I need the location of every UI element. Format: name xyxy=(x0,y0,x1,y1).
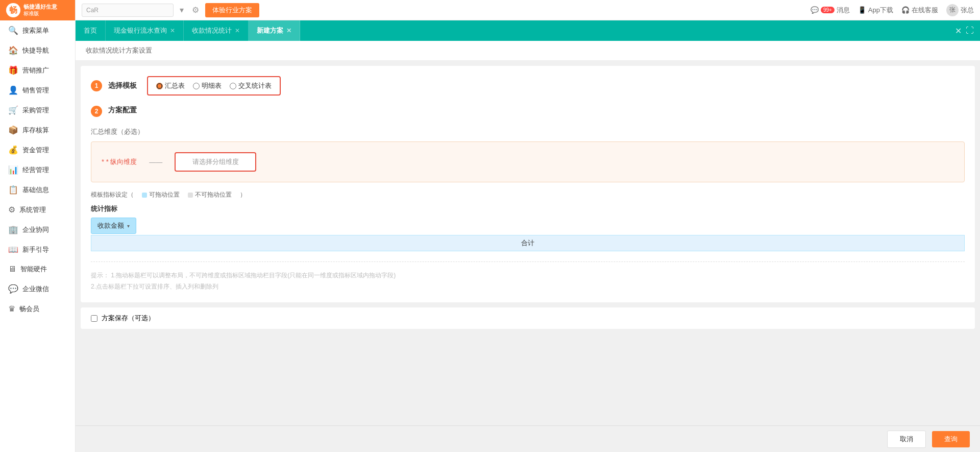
sidebar-item-system[interactable]: ⚙ 系统管理 xyxy=(0,200,75,220)
cancel-button[interactable]: 取消 xyxy=(887,431,926,448)
tab-close-cashflow[interactable]: ✕ xyxy=(170,27,175,34)
support-btn[interactable]: 🎧 在线客服 xyxy=(901,6,938,15)
cart-icon: 🛒 xyxy=(8,105,18,115)
template-selection: 汇总表 明细表 交叉统计表 xyxy=(147,76,281,96)
legend-fixed: 不可拖动位置 xyxy=(188,191,232,199)
tab-new[interactable]: 新建方案 ✕ xyxy=(249,20,300,41)
step1-label: 选择模板 xyxy=(108,81,137,90)
query-button[interactable]: 查询 xyxy=(932,431,970,447)
page-title-bar: 收款情况统计方案设置 xyxy=(76,41,980,61)
box-icon: 📦 xyxy=(8,125,18,135)
headphone-icon: 🎧 xyxy=(901,6,910,14)
sidebar-item-sales[interactable]: 👤 销售管理 xyxy=(0,80,75,100)
metric-row: 收款金额 ▾ xyxy=(91,218,965,234)
dimension-section-title: 汇总维度（必选） xyxy=(91,127,965,136)
metrics-legend: 模板指标设定（ 可拖动位置 不可拖动位置 ） xyxy=(91,191,965,199)
download-icon: 📱 xyxy=(858,6,866,14)
tab-close-new[interactable]: ✕ xyxy=(286,27,291,34)
tips-section: 提示： 1.拖动标题栏可以调整布局，不可跨维度或指标区域拖动栏目字段(只能在同一… xyxy=(91,261,965,292)
chevron-down-icon: ▾ xyxy=(127,223,130,229)
close-window-icon[interactable]: ✕ xyxy=(955,26,962,36)
form-section: 1 选择模板 汇总表 明细表 交叉统计表 xyxy=(81,66,975,302)
dropdown-icon[interactable]: ▾ xyxy=(180,5,184,15)
radio-detail[interactable]: 明细表 xyxy=(193,81,222,90)
sidebar-item-operations[interactable]: 📊 经营管理 xyxy=(0,160,75,180)
home-icon: 🏠 xyxy=(8,45,18,55)
logo-icon: 畅 xyxy=(6,3,20,17)
radio-group-template: 汇总表 明细表 交叉统计表 xyxy=(156,81,272,90)
sidebar-item-purchase[interactable]: 🛒 采购管理 xyxy=(0,100,75,120)
clipboard-icon: 📋 xyxy=(8,185,18,195)
tab-cashflow[interactable]: 现金银行流水查询 ✕ xyxy=(106,20,184,41)
search-input[interactable] xyxy=(82,4,174,17)
user-menu[interactable]: 张 张总 xyxy=(946,4,974,16)
sidebar-item-member[interactable]: ♛ 畅会员 xyxy=(0,299,75,319)
book-icon: 📖 xyxy=(8,245,18,254)
bottom-bar: 取消 查询 xyxy=(76,425,980,452)
tip-1: 提示： 1.拖动标题栏可以调整布局，不可跨维度或指标区域拖动栏目字段(只能在同一… xyxy=(91,270,965,281)
gear-icon: ⚙ xyxy=(8,205,15,215)
step1-badge: 1 xyxy=(91,80,102,91)
top-header: ▾ ⚙ 体验行业方案 💬 99+ 消息 📱 App下载 🎧 在线客服 张 张总 xyxy=(76,0,980,20)
step2-row: 2 方案配置 xyxy=(91,106,965,117)
radio-cross[interactable]: 交叉统计表 xyxy=(230,81,272,90)
metrics-section-title: 模板指标设定（ xyxy=(91,191,134,199)
radio-detail-input[interactable] xyxy=(193,83,200,89)
maximize-icon[interactable]: ⛶ xyxy=(966,26,974,35)
radio-summary[interactable]: 汇总表 xyxy=(156,81,185,90)
monitor-icon: 🖥 xyxy=(8,265,16,274)
building-icon: 🏢 xyxy=(8,225,18,234)
radio-summary-input[interactable] xyxy=(156,83,163,89)
step2-label: 方案配置 xyxy=(108,106,137,115)
sidebar-item-quicknav[interactable]: 🏠 快捷导航 xyxy=(0,40,75,60)
sidebar-logo: 畅 畅捷通好生意 标准版 xyxy=(0,0,75,20)
settings-icon[interactable]: ⚙ xyxy=(192,5,199,15)
row-dimension-label: * * 纵向维度 xyxy=(102,157,137,166)
search-icon: 🔍 xyxy=(8,26,18,35)
gift-icon: 🎁 xyxy=(8,65,18,75)
metrics-legend-close: ） xyxy=(240,191,246,199)
message-btn[interactable]: 💬 99+ 消息 xyxy=(811,6,850,15)
logo-text: 畅捷通好生意 标准版 xyxy=(23,4,57,16)
chart-icon: 📊 xyxy=(8,165,18,175)
header-actions: 💬 99+ 消息 📱 App下载 🎧 在线客服 张 张总 xyxy=(811,4,974,16)
save-label: 方案保存（可选） xyxy=(102,314,155,323)
tab-receipt[interactable]: 收款情况统计 ✕ xyxy=(184,20,249,41)
sidebar-item-baseinfo[interactable]: 📋 基础信息 xyxy=(0,180,75,200)
sidebar: 畅 畅捷通好生意 标准版 🔍 搜索菜单 🏠 快捷导航 🎁 营销推广 👤 销售管理… xyxy=(0,0,76,452)
sidebar-item-wechat[interactable]: 💬 企业微信 xyxy=(0,279,75,299)
sidebar-item-cooperation[interactable]: 🏢 企业协同 xyxy=(0,220,75,240)
download-btn[interactable]: 📱 App下载 xyxy=(858,6,893,15)
sidebar-item-guide[interactable]: 📖 新手引导 xyxy=(0,240,75,259)
user-avatar-icon: 张 xyxy=(946,4,959,16)
tab-bar-actions: ✕ ⛶ xyxy=(949,20,980,41)
user-icon: 👤 xyxy=(8,85,18,95)
dimension-select[interactable]: 请选择分组维度 xyxy=(175,152,256,172)
legend-movable: 可拖动位置 xyxy=(142,191,180,199)
save-checkbox[interactable] xyxy=(91,315,97,322)
metric-total: 合计 xyxy=(91,235,965,251)
message-icon: 💬 xyxy=(811,6,819,14)
movable-dot xyxy=(142,193,147,198)
sidebar-item-inventory[interactable]: 📦 库存核算 xyxy=(0,120,75,140)
content-area: 收款情况统计方案设置 1 选择模板 汇总表 明细表 xyxy=(76,41,980,425)
main-area: ▾ ⚙ 体验行业方案 💬 99+ 消息 📱 App下载 🎧 在线客服 张 张总 xyxy=(76,0,980,452)
crown-icon: ♛ xyxy=(8,304,15,314)
money-icon: 💰 xyxy=(8,145,18,155)
section-block: 汇总维度（必选） * * 纵向维度 —— 请选择分组维度 模板指标设定（ xyxy=(91,127,965,292)
step2-badge: 2 xyxy=(91,106,102,117)
radio-cross-input[interactable] xyxy=(230,83,236,89)
tab-home[interactable]: 首页 xyxy=(76,20,106,41)
tab-close-receipt[interactable]: ✕ xyxy=(235,27,240,34)
metric-tag-receipt[interactable]: 收款金额 ▾ xyxy=(91,218,136,234)
dimension-area: * * 纵向维度 —— 请选择分组维度 xyxy=(91,141,965,182)
sidebar-item-marketing[interactable]: 🎁 营销推广 xyxy=(0,60,75,80)
page-title: 收款情况统计方案设置 xyxy=(86,46,152,54)
tip-2: 2.点击标题栏下拉可设置排序、插入列和删除列 xyxy=(91,281,965,293)
sidebar-item-hardware[interactable]: 🖥 智能硬件 xyxy=(0,259,75,279)
sidebar-item-finance[interactable]: 💰 资金管理 xyxy=(0,140,75,160)
sidebar-item-search[interactable]: 🔍 搜索菜单 xyxy=(0,20,75,40)
step1-row: 1 选择模板 汇总表 明细表 交叉统计表 xyxy=(91,76,965,96)
metrics-label: 统计指标 xyxy=(91,204,965,213)
industry-button[interactable]: 体验行业方案 xyxy=(205,3,259,17)
